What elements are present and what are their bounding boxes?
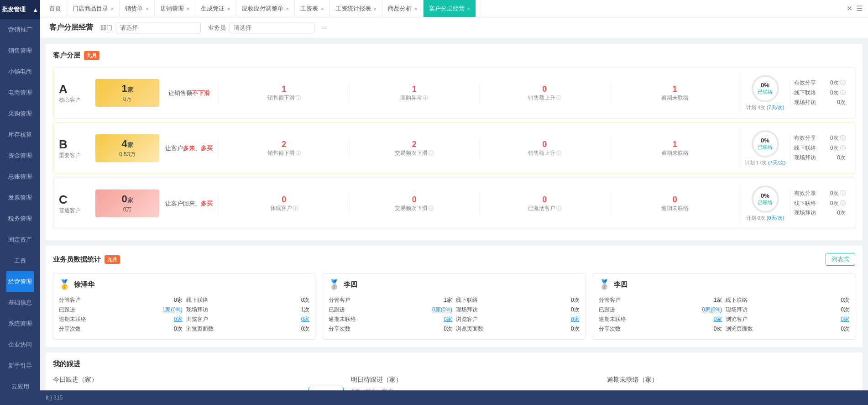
tier-stat-C-1[interactable]: 0交易频次下滑ⓘ [349, 193, 480, 214]
staff-val-left-2-1[interactable]: 0家(0%) [702, 306, 722, 314]
contact-circle-C[interactable]: 0% 已联络 计划 0次 (0天/次) [740, 184, 790, 223]
tier-count-B[interactable]: 4家0.53万 [95, 134, 159, 162]
staff-name-row-0: 🥇徐泽华 [59, 279, 309, 290]
info-icon[interactable]: ⓘ [556, 205, 561, 212]
tab-menu-icon[interactable]: ☰ [856, 4, 863, 13]
info-icon[interactable]: ⓘ [423, 95, 428, 101]
tab-item-3[interactable]: 店铺管理× [155, 0, 195, 17]
tab-item-2[interactable]: 销货单× [120, 0, 154, 17]
tier-stat-C-2[interactable]: 0已激活客户ⓘ [479, 193, 610, 214]
tab-close-all-icon[interactable]: ✕ [847, 4, 852, 13]
tab-label-4: 生成凭证 [201, 5, 225, 13]
sidebar-item-16[interactable]: 新手引导 [6, 355, 34, 376]
sidebar-item-17[interactable]: 云应用 [6, 376, 34, 397]
dept-select[interactable] [116, 22, 201, 33]
tab-close-3[interactable]: × [187, 6, 189, 11]
info-icon[interactable]: ⓘ [556, 150, 561, 157]
tab-item-5[interactable]: 应收应付调整单× [236, 0, 295, 17]
contact-label-C: 已联络 [758, 199, 773, 206]
tab-close-1[interactable]: × [111, 6, 114, 11]
tier-stat-B-2[interactable]: 0销售额上升ⓘ [479, 138, 610, 159]
tab-close-8[interactable]: × [414, 6, 417, 11]
contact-freq-A[interactable]: (7天/次) [767, 105, 784, 110]
tier-stat-label-C-3: 逾期未联络 [614, 205, 737, 212]
tab-close-4[interactable]: × [227, 6, 230, 11]
sidebar-item-5[interactable]: 库存核算 [6, 124, 34, 145]
staff-stat-right-0-2: 浏览客户0家 [186, 315, 310, 324]
tab-close-7[interactable]: × [374, 6, 376, 11]
sidebar-item-12[interactable]: 经营管理 [6, 271, 34, 292]
tier-count-A[interactable]: 1家0万 [95, 79, 159, 107]
info-icon[interactable]: ⓘ [293, 205, 298, 212]
staff-val-left-2-2[interactable]: 0家 [714, 316, 722, 323]
staff-val-left-1-1[interactable]: 0家(0%) [432, 306, 452, 314]
sidebar-item-4[interactable]: 采购管理 [6, 103, 34, 124]
sidebar-item-0[interactable]: 营销推广 [6, 19, 34, 40]
right-stat-info[interactable]: ⓘ [840, 190, 846, 196]
sidebar-item-7[interactable]: 总账管理 [6, 166, 34, 187]
tab-item-9[interactable]: 客户分层经营× [424, 0, 476, 17]
sidebar-item-14[interactable]: 系统管理 [6, 313, 34, 334]
sidebar-item-10[interactable]: 固定资产 [6, 229, 34, 250]
sidebar-item-8[interactable]: 发票管理 [6, 187, 34, 208]
contact-circle-A[interactable]: 0% 已联络 计划 4次 (7天/次) [740, 73, 790, 113]
tab-item-4[interactable]: 生成凭证× [195, 0, 236, 17]
tab-item-0[interactable]: 首页 [44, 0, 67, 17]
staff-val-right-2-2[interactable]: 0家 [841, 316, 849, 323]
contact-circle-B[interactable]: 0% 已联络 计划 17次 (7天/次) [740, 128, 790, 168]
tier-stat-B-0[interactable]: 2销售额下滑ⓘ [219, 138, 349, 159]
tier-stat-A-1[interactable]: 1回购异常ⓘ [349, 83, 480, 104]
contact-freq-B[interactable]: (7天/次) [768, 160, 786, 165]
tab-item-8[interactable]: 商品分析× [382, 0, 423, 17]
tab-item-6[interactable]: 工资表× [295, 0, 329, 17]
tier-stat-C-3[interactable]: 0逾期未联络 [610, 193, 740, 214]
right-stat-info[interactable]: ⓘ [840, 79, 846, 86]
staff-val-right-1-2[interactable]: 0家 [571, 316, 580, 323]
sidebar-item-3[interactable]: 电商管理 [6, 82, 34, 103]
tier-stat-B-3[interactable]: 1逾期未联络 [610, 138, 740, 159]
list-style-button[interactable]: 列表式 [826, 253, 855, 266]
tier-count-C[interactable]: 0家0万 [95, 189, 159, 217]
tab-close-5[interactable]: × [286, 6, 289, 11]
sidebar-item-13[interactable]: 基础信息 [6, 292, 34, 313]
staff-card-0: 🥇徐泽华分管客户0家已跟进1家(0%)逾期未联络0家分享次数0次线下联络0次现场… [53, 273, 315, 340]
tier-slogan-highlight-B: 多来、多买 [183, 145, 213, 152]
tab-close-6[interactable]: × [321, 6, 324, 11]
sidebar-item-15[interactable]: 企业协同 [6, 334, 34, 355]
tab-item-7[interactable]: 工资统计报表× [330, 0, 382, 17]
info-icon[interactable]: ⓘ [429, 150, 434, 157]
tier-right-stat-A-0: 有效分享0次 ⓘ [794, 78, 846, 88]
sidebar-item-9[interactable]: 税务管理 [6, 208, 34, 229]
right-stat-info[interactable]: ⓘ [840, 135, 846, 141]
staff-val-left-0-2[interactable]: 0家 [174, 316, 183, 323]
sidebar-item-2[interactable]: 小畅电商 [6, 61, 34, 82]
sidebar-item-6[interactable]: 资金管理 [6, 145, 34, 166]
sidebar-header[interactable]: 批发管理 ▲ [0, 0, 40, 19]
tab-close-9[interactable]: × [467, 6, 470, 11]
info-icon[interactable]: ⓘ [296, 150, 301, 157]
status-bar: It } 315 [40, 390, 868, 405]
tier-stat-A-2[interactable]: 0销售额上升ⓘ [479, 83, 610, 104]
tab-close-2[interactable]: × [146, 6, 148, 11]
info-icon[interactable]: ⓘ [429, 205, 434, 212]
tier-stat-A-0[interactable]: 1销售额下滑ⓘ [219, 83, 349, 104]
right-stat-info[interactable]: ⓘ [840, 200, 846, 206]
staff-val-left-1-2[interactable]: 0家 [444, 316, 452, 323]
right-stat-info[interactable]: ⓘ [840, 145, 846, 151]
right-stat-info[interactable]: ⓘ [840, 89, 846, 96]
staff-select[interactable] [230, 22, 314, 33]
more-filter-icon[interactable]: ··· [322, 24, 327, 31]
tab-item-1[interactable]: 门店商品目录× [67, 0, 120, 17]
sidebar-expand-icon[interactable]: ▲ [32, 6, 38, 13]
tier-stat-A-3[interactable]: 1逾期未联络 [610, 83, 740, 104]
sidebar-item-1[interactable]: 销售管理 [6, 40, 34, 61]
sidebar-item-11[interactable]: 工资 [6, 250, 34, 271]
staff-val-left-0-1[interactable]: 1家(0%) [162, 306, 183, 314]
info-icon[interactable]: ⓘ [296, 95, 301, 101]
staff-val-right-0-2[interactable]: 0家 [301, 316, 310, 323]
tier-stat-C-0[interactable]: 0休眠客户ⓘ [219, 193, 349, 214]
contact-freq-C[interactable]: (0天/次) [767, 215, 784, 221]
info-icon[interactable]: ⓘ [556, 95, 561, 101]
sidebar-settings[interactable]: ⚙ [0, 397, 40, 405]
tier-stat-B-1[interactable]: 2交易频次下滑ⓘ [349, 138, 480, 159]
